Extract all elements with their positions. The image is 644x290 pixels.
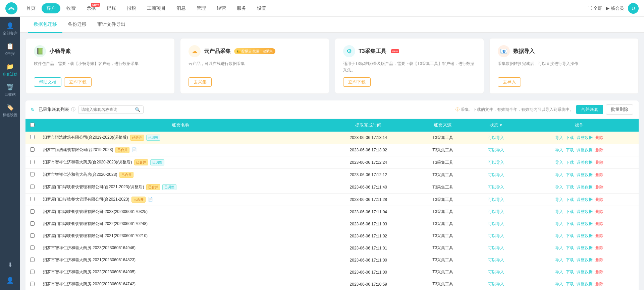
action-删除[interactable]: 删除 (595, 269, 603, 275)
action-下载[interactable]: 下载 (566, 245, 574, 251)
action-调整数据[interactable]: 调整数据 (577, 135, 593, 141)
action-导入[interactable]: 导入 (555, 172, 563, 178)
row-checkbox[interactable] (30, 209, 35, 214)
nav-item-operation[interactable]: 经营 (212, 3, 231, 13)
action-调整数据[interactable]: 调整数据 (577, 233, 593, 239)
action-导入[interactable]: 导入 (555, 197, 563, 203)
batch-delete-btn[interactable]: 批量删除 (606, 104, 633, 115)
action-删除[interactable]: 删除 (595, 197, 603, 203)
action-下载[interactable]: 下载 (566, 233, 574, 239)
action-调整数据[interactable]: 调整数据 (577, 185, 593, 190)
file-icon[interactable]: 📄 (148, 197, 153, 202)
action-删除[interactable]: 删除 (595, 209, 603, 215)
sort-icon[interactable]: ▾ (500, 123, 502, 128)
download-now-btn-3[interactable]: 立即下载 (343, 77, 371, 87)
nav-item-fee[interactable]: 收费 (62, 3, 80, 13)
nav-item-invoice[interactable]: 票据 NEW (82, 3, 101, 13)
row-checkbox[interactable] (30, 135, 35, 139)
nav-item-business[interactable]: 工商项目 (142, 3, 170, 13)
action-导入[interactable]: 导入 (555, 269, 563, 275)
row-checkbox[interactable] (30, 185, 35, 189)
action-导入[interactable]: 导入 (555, 209, 563, 215)
action-下载[interactable]: 下载 (566, 257, 574, 263)
action-导入[interactable]: 导入 (555, 221, 563, 227)
sidebar-item-account-migration[interactable]: 📁 账套迁移 (1, 60, 19, 79)
file-icon[interactable]: 📄 (132, 147, 137, 152)
action-导入[interactable]: 导入 (555, 245, 563, 251)
action-下载[interactable]: 下载 (566, 135, 574, 141)
action-导入[interactable]: 导入 (555, 185, 563, 190)
sidebar-item-tag-settings[interactable]: 🏷️ 标签设置 (1, 101, 19, 120)
tab-backup-migration[interactable]: 备份迁移 (62, 17, 92, 32)
action-调整数据[interactable]: 调整数据 (577, 209, 593, 215)
sidebar-item-download[interactable]: ⬇ (1, 259, 19, 271)
nav-item-service[interactable]: 服务 (232, 3, 251, 13)
action-下载[interactable]: 下载 (566, 209, 574, 215)
row-checkbox[interactable] (30, 172, 35, 176)
action-调整数据[interactable]: 调整数据 (577, 172, 593, 178)
nav-item-settings[interactable]: 设置 (252, 3, 271, 13)
nav-item-message[interactable]: 消息 (172, 3, 191, 13)
action-删除[interactable]: 删除 (595, 160, 603, 165)
action-调整数据[interactable]: 调整数据 (577, 281, 593, 287)
action-下载[interactable]: 下载 (566, 185, 574, 190)
row-checkbox[interactable] (30, 147, 35, 152)
action-删除[interactable]: 删除 (595, 221, 603, 227)
action-导入[interactable]: 导入 (555, 281, 563, 287)
action-导入[interactable]: 导入 (555, 147, 563, 153)
row-checkbox[interactable] (30, 245, 35, 250)
select-all-checkbox[interactable] (30, 123, 35, 127)
tab-audit-export[interactable]: 审计文件导出 (92, 17, 131, 32)
action-导入[interactable]: 导入 (555, 160, 563, 165)
download-now-btn-1[interactable]: 立即下载 (64, 77, 92, 87)
action-调整数据[interactable]: 调整数据 (577, 147, 593, 153)
sidebar-item-user[interactable]: 👤 (1, 274, 19, 287)
action-调整数据[interactable]: 调整数据 (577, 269, 593, 275)
sidebar-item-zero-report[interactable]: 📋 0申报 (1, 40, 19, 59)
action-删除[interactable]: 删除 (595, 233, 603, 239)
fullscreen-btn[interactable]: ⛶ 全屏 (588, 5, 602, 11)
action-下载[interactable]: 下载 (566, 172, 574, 178)
help-doc-btn[interactable]: 帮助文档 (34, 77, 61, 87)
search-button[interactable]: 🔍 (132, 106, 143, 114)
refresh-icon[interactable]: ↻ (31, 107, 35, 112)
action-调整数据[interactable]: 调整数据 (577, 221, 593, 227)
action-下载[interactable]: 下载 (566, 281, 574, 287)
row-checkbox[interactable] (30, 258, 35, 262)
tab-data-migration[interactable]: 数据包迁移 (28, 17, 62, 33)
go-collect-btn[interactable]: 去采集 (189, 77, 212, 87)
action-删除[interactable]: 删除 (595, 147, 603, 153)
action-下载[interactable]: 下载 (566, 160, 574, 165)
action-下载[interactable]: 下载 (566, 147, 574, 153)
row-checkbox[interactable] (30, 270, 35, 274)
action-删除[interactable]: 删除 (595, 135, 603, 141)
row-checkbox[interactable] (30, 197, 35, 201)
nav-item-bookkeeping[interactable]: 记账 (102, 3, 121, 13)
go-import-btn[interactable]: 去导入 (498, 77, 521, 87)
row-checkbox[interactable] (30, 233, 35, 238)
row-checkbox[interactable] (30, 221, 35, 226)
search-input[interactable] (78, 106, 132, 113)
nav-item-manage[interactable]: 管理 (192, 3, 211, 13)
action-下载[interactable]: 下载 (566, 221, 574, 227)
sidebar-item-all-customers[interactable]: 👤 全部客户 (1, 19, 19, 39)
action-调整数据[interactable]: 调整数据 (577, 160, 593, 165)
action-导入[interactable]: 导入 (555, 257, 563, 263)
row-checkbox[interactable] (30, 282, 35, 286)
action-删除[interactable]: 删除 (595, 245, 603, 251)
member-btn[interactable]: ▶ 畅会员 (606, 5, 624, 11)
action-删除[interactable]: 删除 (595, 185, 603, 190)
action-下载[interactable]: 下载 (566, 197, 574, 203)
sidebar-item-recycle[interactable]: 🗑️ 回收站 (1, 81, 19, 100)
action-调整数据[interactable]: 调整数据 (577, 245, 593, 251)
action-调整数据[interactable]: 调整数据 (577, 197, 593, 203)
action-删除[interactable]: 删除 (595, 281, 603, 287)
action-导入[interactable]: 导入 (555, 233, 563, 239)
avatar[interactable]: U (628, 3, 639, 14)
merge-accounts-btn[interactable]: 合并账套 (576, 105, 603, 114)
action-调整数据[interactable]: 调整数据 (577, 257, 593, 263)
nav-item-customer[interactable]: 客户 (42, 3, 60, 13)
row-checkbox[interactable] (30, 160, 35, 164)
action-导入[interactable]: 导入 (555, 135, 563, 141)
action-删除[interactable]: 删除 (595, 172, 603, 178)
